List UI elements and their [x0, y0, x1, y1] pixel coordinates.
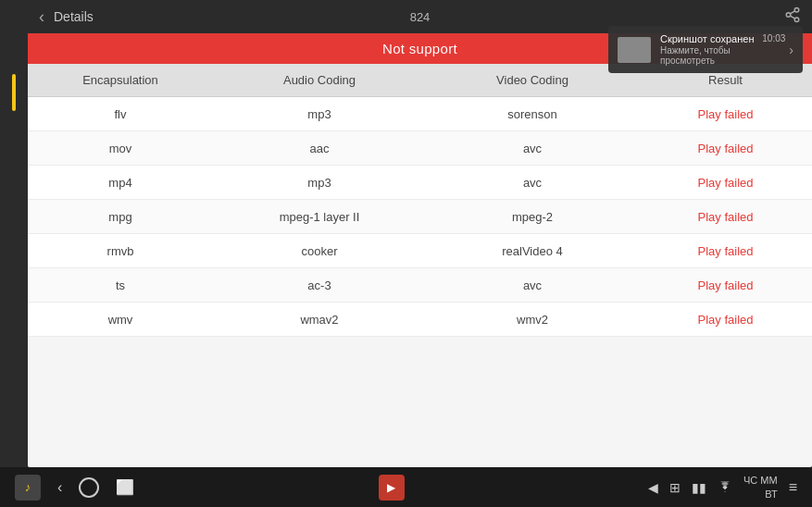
taskbar-left: ♪ ‹ ⬜ [15, 475, 134, 501]
col-header-video: Video Coding [426, 73, 639, 87]
app-icon[interactable]: ♪ [15, 475, 41, 501]
cell-audio: ac-3 [213, 278, 426, 292]
cell-video: realVideo 4 [426, 244, 639, 258]
cell-audio: aac [213, 142, 426, 155]
table-row: mpg mpeg-1 layer II mpeg-2 Play failed [28, 200, 812, 234]
svg-line-4 [790, 11, 794, 14]
cell-audio: mp3 [213, 107, 426, 121]
menu-icon[interactable]: ≡ [789, 479, 797, 496]
cell-video: avc [426, 278, 639, 292]
table-body: flv mp3 sorenson Play failed mov aac avc… [28, 97, 812, 337]
cell-video: avc [426, 142, 639, 155]
left-sidebar [0, 0, 28, 467]
table-row: ts ac-3 avc Play failed [28, 268, 812, 303]
cell-encapsulation: mp4 [28, 176, 213, 190]
notification-toast[interactable]: Скриншот сохранен Нажмите, чтобы просмот… [608, 26, 803, 73]
taskbar-center: ▶ [134, 475, 648, 501]
taskbar: ♪ ‹ ⬜ ▶ ◀ ⊞ ▮▮ ЧС ММ ВТ ≡ [0, 467, 812, 507]
taskbar-time-display: ЧС ММ ВТ [743, 474, 778, 501]
share-icon[interactable] [784, 6, 801, 27]
col-header-result: Result [639, 73, 812, 87]
toast-subtitle: Нажмите, чтобы просмотреть [660, 45, 756, 66]
cell-encapsulation: wmv [28, 313, 213, 327]
svg-line-3 [790, 16, 794, 19]
toast-text: Скриншот сохранен Нажмите, чтобы просмот… [660, 33, 756, 66]
app-icon-label: ♪ [25, 480, 31, 494]
toast-time: 10:03 [762, 33, 785, 43]
cell-video: sorenson [426, 107, 639, 121]
back-nav-icon[interactable]: ‹ [57, 479, 62, 496]
wifi-icon [718, 480, 732, 495]
toast-thumbnail [618, 37, 651, 63]
cell-video: avc [426, 176, 639, 190]
grid-icon[interactable]: ⊞ [669, 480, 681, 495]
back-button[interactable]: ‹ [39, 7, 44, 27]
table-row: mov aac avc Play failed [28, 131, 812, 166]
svg-point-2 [794, 18, 799, 22]
cell-result: Play failed [639, 244, 812, 258]
cell-audio: wmav2 [213, 313, 426, 327]
toast-chevron-icon: › [789, 43, 793, 57]
panel-center-number: 824 [410, 10, 431, 24]
cell-video: wmv2 [426, 313, 639, 327]
panel-title: Details [54, 9, 94, 24]
cell-result: Play failed [639, 313, 812, 327]
date-label: ВТ [743, 488, 778, 501]
recent-apps-icon[interactable]: ⬜ [116, 478, 134, 496]
home-button[interactable] [79, 477, 99, 498]
cell-audio: mp3 [213, 176, 426, 190]
col-header-encapsulation: Encapsulation [28, 73, 213, 87]
cell-result: Play failed [639, 142, 812, 155]
cell-encapsulation: rmvb [28, 244, 213, 258]
table-row: rmvb cooker realVideo 4 Play failed [28, 234, 812, 268]
cell-result: Play failed [639, 210, 812, 224]
cell-audio: cooker [213, 244, 426, 258]
svg-point-0 [794, 8, 799, 13]
table-row: mp4 mp3 avc Play failed [28, 166, 812, 200]
cell-result: Play failed [639, 107, 812, 121]
toast-title: Скриншот сохранен [660, 33, 756, 44]
volume-icon[interactable]: ◀ [648, 480, 658, 495]
sidebar-indicator [12, 74, 16, 111]
table-row: flv mp3 sorenson Play failed [28, 97, 812, 131]
media-app-icon[interactable]: ▶ [379, 475, 405, 501]
taskbar-right: ◀ ⊞ ▮▮ ЧС ММ ВТ ≡ [648, 474, 797, 501]
time-label: ЧС ММ [743, 474, 778, 487]
cell-encapsulation: mov [28, 142, 213, 155]
table-row: wmv wmav2 wmv2 Play failed [28, 303, 812, 337]
svg-point-1 [786, 13, 791, 18]
cell-encapsulation: ts [28, 278, 213, 292]
cell-video: mpeg-2 [426, 210, 639, 224]
cell-encapsulation: mpg [28, 210, 213, 224]
battery-icon: ▮▮ [692, 480, 706, 495]
cell-audio: mpeg-1 layer II [213, 210, 426, 224]
cell-encapsulation: flv [28, 107, 213, 121]
cell-result: Play failed [639, 176, 812, 190]
col-header-audio: Audio Coding [213, 73, 426, 87]
cell-result: Play failed [639, 278, 812, 292]
